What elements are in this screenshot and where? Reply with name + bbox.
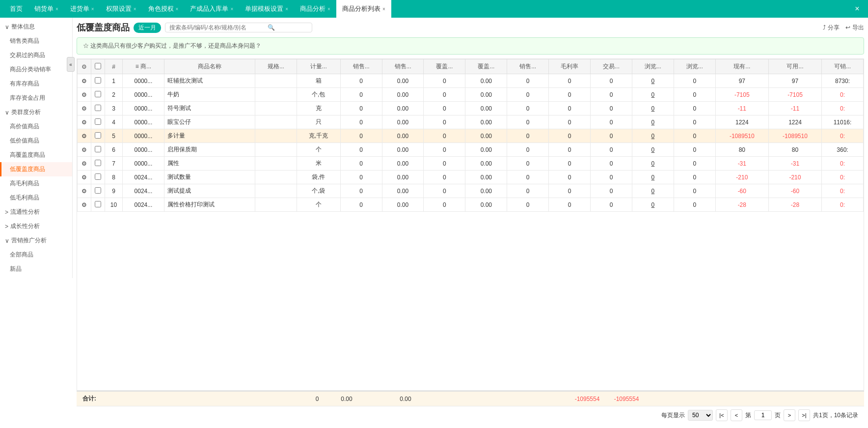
cell-checkbox[interactable] [91, 171, 105, 184]
row-gear-icon[interactable]: ⚙ [81, 174, 87, 181]
th-gross-rate[interactable]: 毛利率 [549, 59, 591, 74]
cell-gear[interactable]: ⚙ [78, 129, 91, 143]
sidebar-item-low-margin[interactable]: 低毛利商品 [0, 191, 72, 205]
th-sales-count[interactable]: 销售... [340, 59, 382, 74]
nav-product-entry[interactable]: 产成品入库单 × [184, 0, 239, 18]
nav-close-role-auth[interactable]: × [176, 6, 179, 12]
cell-checkbox[interactable] [91, 88, 105, 102]
per-page-select[interactable]: 50 20 100 [688, 410, 713, 421]
cell-checkbox[interactable] [91, 102, 105, 115]
nav-role-auth[interactable]: 角色授权 × [142, 0, 185, 18]
cell-checkbox[interactable] [91, 143, 105, 157]
cell-browse1[interactable]: 0 [632, 184, 674, 198]
cell-gear[interactable]: ⚙ [78, 102, 91, 115]
cell-gear[interactable]: ⚙ [78, 115, 91, 129]
cell-gear[interactable]: ⚙ [78, 143, 91, 157]
cell-checkbox[interactable] [91, 157, 105, 171]
sidebar-item-high-coverage[interactable]: 高覆盖度商品 [0, 148, 72, 162]
sidebar-item-in-stock[interactable]: 有库存商品 [0, 77, 72, 91]
row-checkbox[interactable] [95, 118, 101, 125]
th-code[interactable]: ≡ 商... [123, 59, 164, 74]
cell-checkbox[interactable] [91, 115, 105, 129]
row-gear-icon[interactable]: ⚙ [81, 188, 87, 195]
row-checkbox[interactable] [95, 91, 101, 97]
row-checkbox[interactable] [95, 187, 101, 194]
th-coverage1[interactable]: 覆盖... [424, 59, 465, 74]
cell-gear[interactable]: ⚙ [78, 171, 91, 184]
th-gear[interactable]: ⚙ [78, 59, 91, 74]
cell-checkbox[interactable] [91, 74, 105, 88]
cell-checkbox[interactable] [91, 184, 105, 198]
page-number-input[interactable] [754, 410, 772, 420]
th-coverage2[interactable]: 覆盖... [465, 59, 507, 74]
nav-permission-settings[interactable]: 权限设置 × [100, 0, 142, 18]
row-checkbox[interactable] [95, 77, 101, 84]
nav-close-permission[interactable]: × [134, 6, 136, 12]
row-checkbox[interactable] [95, 105, 101, 111]
sidebar-item-category-turnover[interactable]: 商品分类动销率 [0, 62, 72, 77]
app-close-button[interactable]: × [850, 2, 864, 16]
sidebar-item-stock-capital[interactable]: 库存资金占用 [0, 91, 72, 105]
th-browse1[interactable]: 浏览... [632, 59, 674, 74]
sidebar-section-marketing[interactable]: ∨ 营销推广分析 [0, 233, 72, 248]
data-table-container[interactable]: ⚙ # ≡ 商... 商品名称 规格... 计量... [77, 58, 864, 391]
prev-page-button[interactable]: < [731, 409, 742, 421]
search-input[interactable] [169, 24, 268, 31]
nav-close-purchase-order[interactable]: × [91, 6, 94, 12]
row-gear-icon[interactable]: ⚙ [81, 201, 87, 208]
cell-checkbox[interactable] [91, 198, 105, 212]
sidebar-section-growth[interactable]: > 成长性分析 [0, 219, 72, 233]
filter-tag-recent-month[interactable]: 近一月 [134, 23, 161, 33]
th-transaction[interactable]: 交易... [591, 59, 632, 74]
cell-browse1[interactable]: 0 [632, 143, 674, 157]
cell-gear[interactable]: ⚙ [78, 88, 91, 102]
sidebar-item-low-value[interactable]: 低价值商品 [0, 134, 72, 148]
nav-close-product-analysis-list[interactable]: × [382, 6, 385, 12]
sidebar-section-cluster[interactable]: ∨ 类群度分析 [0, 105, 72, 119]
sidebar-item-high-value[interactable]: 高价值商品 [0, 119, 72, 134]
cell-checkbox[interactable] [91, 129, 105, 143]
nav-home[interactable]: 首页 [4, 0, 28, 18]
cell-gear[interactable]: ⚙ [78, 198, 91, 212]
nav-close-doc-template[interactable]: × [285, 6, 288, 12]
cell-browse1[interactable]: 0 [632, 198, 674, 212]
th-current-stock[interactable]: 现有... [715, 59, 768, 74]
share-button[interactable]: ⤴ 分享 [823, 24, 840, 32]
sidebar-section-overall[interactable]: ∨ 整体信息 [0, 20, 72, 34]
sidebar-collapse-button[interactable]: « [67, 57, 75, 72]
row-checkbox[interactable] [95, 160, 101, 166]
sidebar-item-all-goods[interactable]: 全部商品 [0, 248, 72, 262]
cell-browse1[interactable]: 0 [632, 115, 674, 129]
th-unit[interactable]: 计量... [297, 59, 340, 74]
row-checkbox[interactable] [95, 201, 101, 207]
search-icon[interactable]: 🔍 [268, 24, 275, 31]
gear-icon[interactable]: ⚙ [81, 63, 87, 70]
row-gear-icon[interactable]: ⚙ [81, 146, 87, 153]
select-all-checkbox[interactable] [95, 63, 101, 69]
nav-close-sales-order[interactable]: × [55, 6, 58, 12]
th-checkbox[interactable] [91, 59, 105, 74]
row-gear-icon[interactable]: ⚙ [81, 119, 87, 126]
row-gear-icon[interactable]: ⚙ [81, 91, 87, 98]
nav-close-product-analysis[interactable]: × [327, 6, 330, 12]
first-page-button[interactable]: |< [716, 409, 728, 421]
sidebar-item-new-goods[interactable]: 新品 [0, 262, 72, 276]
last-page-button[interactable]: >| [798, 409, 810, 421]
row-checkbox[interactable] [95, 132, 101, 139]
row-gear-icon[interactable]: ⚙ [81, 105, 87, 112]
row-gear-icon[interactable]: ⚙ [81, 160, 87, 167]
th-spec[interactable]: 规格... [255, 59, 297, 74]
row-gear-icon[interactable]: ⚙ [81, 133, 87, 140]
cell-browse1[interactable]: 0 [632, 171, 674, 184]
nav-doc-template[interactable]: 单据模板设置 × [239, 0, 294, 18]
cell-gear[interactable]: ⚙ [78, 74, 91, 88]
cell-gear[interactable]: ⚙ [78, 184, 91, 198]
th-sales-stat[interactable]: 销售... [507, 59, 549, 74]
sidebar-item-low-coverage[interactable]: 低覆盖度商品 [0, 162, 72, 176]
nav-close-product-entry[interactable]: × [230, 6, 233, 12]
sidebar-item-traded-goods[interactable]: 交易过的商品 [0, 48, 72, 62]
sidebar-section-circulation[interactable]: > 流通性分析 [0, 205, 72, 219]
cell-browse1[interactable]: 0 [632, 88, 674, 102]
th-sellable[interactable]: 可销... [822, 59, 864, 74]
cell-browse1[interactable]: 0 [632, 129, 674, 143]
